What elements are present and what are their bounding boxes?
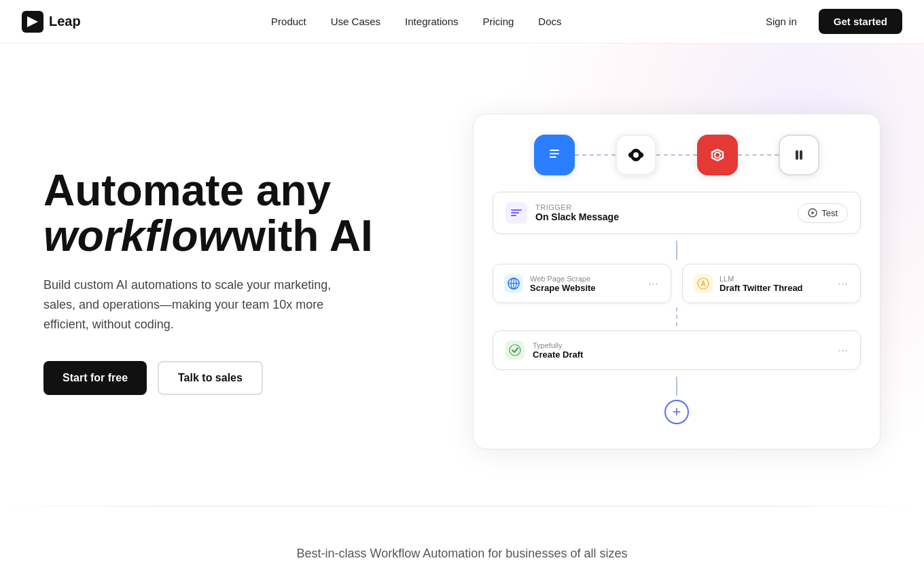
nav-item-docs[interactable]: Docs <box>527 10 572 33</box>
divider <box>0 506 924 506</box>
vline-1 <box>676 241 677 260</box>
hero-buttons: Start for free Talk to sales <box>43 361 373 395</box>
test-label: Test <box>821 208 838 218</box>
svg-text:A: A <box>700 280 705 288</box>
svg-point-8 <box>708 145 727 165</box>
connector-3 <box>738 154 779 156</box>
hero-heading: Automate any workflowwith AI <box>43 168 373 259</box>
start-free-button[interactable]: Start for free <box>43 361 147 395</box>
svg-rect-11 <box>796 150 798 160</box>
trigger-node: Trigger On Slack Message Test <box>493 192 861 234</box>
step-llm-name: Draft Twitter Thread <box>719 283 830 293</box>
nav-item-pricing[interactable]: Pricing <box>472 10 525 33</box>
step-llm-icon: A <box>694 274 713 293</box>
vline-2 <box>676 307 677 326</box>
hero-left: Automate any workflowwith AI Build custo… <box>43 168 373 396</box>
bottom-section: Best-in-class Workflow Automation for bu… <box>0 506 924 584</box>
step-llm-more[interactable]: ··· <box>836 277 849 291</box>
svg-point-7 <box>633 152 639 158</box>
vline-3 <box>676 377 677 396</box>
workflow-card: Trigger On Slack Message Test <box>473 114 881 449</box>
connector-2 <box>656 154 697 156</box>
svg-rect-12 <box>800 150 802 160</box>
create-draft-name: Create Draft <box>533 349 830 360</box>
nav-item-integrations[interactable]: Integrations <box>394 10 469 33</box>
trigger-text: Trigger On Slack Message <box>535 203 789 222</box>
svg-marker-18 <box>812 211 815 215</box>
step-web-scrape-icon <box>504 274 523 293</box>
icon-bubble-openai <box>616 135 656 175</box>
svg-rect-5 <box>550 156 556 158</box>
workflow-steps: Web Page Scrape Scrape Website ··· A LLM <box>493 264 861 303</box>
step-llm-text: LLM Draft Twitter Thread <box>719 275 830 293</box>
signin-button[interactable]: Sign in <box>752 10 811 33</box>
step-llm: A LLM Draft Twitter Thread ··· <box>682 264 861 303</box>
create-draft-text: Typefully Create Draft <box>533 341 830 360</box>
nav-item-use-cases[interactable]: Use Cases <box>320 10 391 33</box>
connector-1 <box>575 154 616 156</box>
step-llm-label: LLM <box>719 275 830 283</box>
nav-actions: Sign in Get started <box>752 9 902 34</box>
step-web-scrape-label: Web Page Scrape <box>530 275 640 283</box>
hero-subtext: Build custom AI automations to scale you… <box>43 275 356 334</box>
svg-rect-15 <box>511 212 519 213</box>
step-web-scrape: Web Page Scrape Scrape Website ··· <box>493 264 671 303</box>
trigger-label: Trigger <box>535 203 789 211</box>
svg-rect-4 <box>550 153 559 154</box>
step-web-scrape-more[interactable]: ··· <box>647 277 660 291</box>
svg-rect-2 <box>544 145 565 165</box>
add-step-button[interactable]: + <box>664 400 689 424</box>
svg-point-25 <box>510 345 520 356</box>
step-web-scrape-name: Scrape Website <box>530 283 640 293</box>
nav-item-product[interactable]: Product <box>260 10 317 33</box>
create-draft-node: Typefully Create Draft ··· <box>493 330 861 370</box>
svg-rect-14 <box>511 209 522 211</box>
logo[interactable]: Leap <box>22 11 81 33</box>
icon-bubble-docs <box>534 135 575 175</box>
navbar: Leap Product Use Cases Integrations Pric… <box>0 0 924 44</box>
bottom-text: Best-in-class Workflow Automation for bu… <box>0 547 924 584</box>
brand-name: Leap <box>49 14 81 29</box>
create-draft-label: Typefully <box>533 341 830 349</box>
test-button[interactable]: Test <box>798 203 848 223</box>
workflow-icons-row <box>493 135 861 175</box>
hero-section: Automate any workflowwith AI Build custo… <box>0 44 924 506</box>
get-started-button[interactable]: Get started <box>819 9 902 34</box>
heading-line1: Automate any <box>43 166 331 215</box>
trigger-name: On Slack Message <box>535 211 789 222</box>
create-draft-icon <box>505 341 525 360</box>
heading-line2: with AI <box>232 211 372 260</box>
svg-rect-3 <box>550 150 559 151</box>
icon-bubble-pause <box>779 135 819 175</box>
trigger-icon <box>505 202 527 224</box>
svg-rect-16 <box>511 215 516 216</box>
hero-right: Trigger On Slack Message Test <box>473 114 881 449</box>
nav-links: Product Use Cases Integrations Pricing D… <box>81 10 752 33</box>
icon-bubble-red <box>697 135 738 175</box>
heading-em: workflow <box>43 211 232 260</box>
step-web-scrape-text: Web Page Scrape Scrape Website <box>530 275 640 293</box>
talk-to-sales-button[interactable]: Talk to sales <box>158 361 263 395</box>
create-draft-more[interactable]: ··· <box>838 343 848 358</box>
